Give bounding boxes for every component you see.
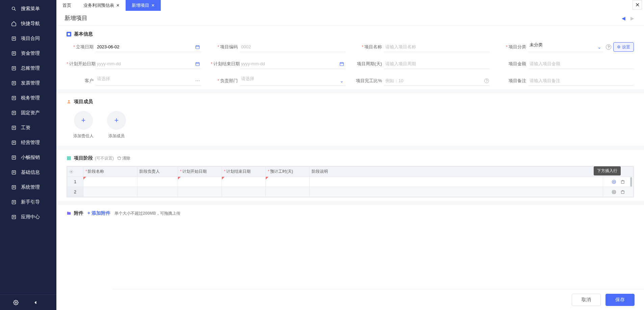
business-icon [11,140,17,146]
sidebar-item-7[interactable]: 固定资产 [0,105,56,120]
label-duration: 项目周期(天) [355,61,384,67]
contract-icon [11,35,17,42]
close-icon[interactable]: ✕ [151,3,155,8]
cell-end[interactable] [222,187,266,197]
attach-note: 单个大小不超过200MB，可拖拽上传 [114,211,180,216]
col-gear[interactable] [67,167,83,177]
sidebar-item-10[interactable]: 小畅报销 [0,150,56,165]
salary-icon [11,125,17,131]
asset-icon [11,110,17,116]
section-basic-title: 基本信息 [74,31,93,37]
input-progress[interactable] [384,76,490,86]
cell-owner[interactable] [137,177,178,187]
cell-desc[interactable] [310,177,603,187]
col-phase-owner: 阶段负责人 [137,167,178,177]
collapse-icon[interactable] [32,300,38,306]
sidebar-item-11[interactable]: 基础信息 [0,165,56,180]
cell-end[interactable] [222,177,266,187]
system-icon [11,184,17,190]
member-section-icon [67,99,71,104]
tax-icon [11,95,17,101]
cell-start[interactable] [178,187,222,197]
sidebar-item-3[interactable]: 资金管理 [0,46,56,61]
label-project-code: 项目编码 [211,44,240,50]
input-project-code[interactable] [240,42,345,52]
config-button[interactable]: ⚙ 设置 [613,42,634,52]
delete-row-icon[interactable] [620,180,625,184]
cell-days[interactable] [266,187,310,197]
select-department[interactable]: 请选择 [240,76,345,86]
input-plan-end[interactable] [240,59,345,69]
col-phase-days: 预计工时(天) [266,167,310,177]
sidebar-item-label: 新手引导 [21,199,40,205]
calendar-icon[interactable] [339,61,345,67]
select-customer[interactable]: 请选择 [96,76,201,86]
input-plan-start[interactable] [96,59,201,69]
input-setup-date[interactable] [96,42,201,52]
reimburse-icon [11,154,17,161]
cancel-button[interactable]: 取消 [572,294,601,306]
tab-2[interactable]: 新增项目✕ [126,0,161,11]
input-amount[interactable] [528,59,634,69]
cell-days[interactable] [266,177,310,187]
close-icon[interactable]: ✕ [116,3,120,8]
sidebar-item-14[interactable]: 应用中心 [0,210,56,224]
tab-0[interactable]: 首页 [56,0,77,11]
sidebar-item-2[interactable]: 项目合同 [0,31,56,46]
scrollbar[interactable] [630,177,632,187]
select-category[interactable]: 未分类 [528,42,603,52]
input-remark[interactable] [528,76,634,86]
window-close[interactable]: ✕ [633,0,642,9]
sidebar-item-9[interactable]: 经营管理 [0,135,56,150]
add-owner-button[interactable]: + 添加责任人 [73,111,94,139]
search-menu-icon [11,6,17,12]
add-attachment-button[interactable]: + 添加附件 [87,210,110,216]
sidebar-item-6[interactable]: 税务管理 [0,91,56,105]
chevron-down-icon[interactable]: ⌄ [596,44,602,50]
row-number: 2 [67,187,83,197]
table-row: 1 [67,177,634,187]
sidebar-item-label: 快捷导航 [21,21,40,27]
calendar-icon[interactable] [195,44,201,50]
input-project-name[interactable] [384,42,490,52]
tab-1[interactable]: 业务利润预估表✕ [77,0,126,11]
save-button[interactable]: 保存 [606,294,635,306]
sidebar-bottom [0,294,56,310]
svg-line-1 [15,9,16,11]
sidebar-item-5[interactable]: 发票管理 [0,76,56,91]
sidebar-item-4[interactable]: 总账管理 [0,61,56,76]
cell-desc[interactable] [310,187,603,197]
cell-actions [603,187,634,197]
sidebar-item-label: 搜索菜单 [21,6,40,12]
add-row-icon[interactable] [612,180,616,184]
add-member-button[interactable]: + 添加成员 [107,111,126,139]
funds-icon [11,50,17,56]
cell-start[interactable] [178,177,222,187]
sidebar-item-8[interactable]: 工资 [0,120,56,135]
sidebar-item-13[interactable]: 新手引导 [0,195,56,210]
info-icon[interactable]: ? [484,78,489,83]
clear-phases-button[interactable]: 清除 [117,156,130,161]
sidebar-item-label: 经营管理 [21,140,40,146]
section-attach-title: 附件 [74,210,83,216]
label-amount: 项目金额 [499,61,528,67]
info-icon[interactable]: ? [606,44,611,50]
sidebar-item-1[interactable]: 快捷导航 [0,16,56,31]
chevron-down-icon[interactable]: ⌄ [339,78,345,84]
cell-owner[interactable] [137,187,178,197]
cell-name[interactable] [83,187,137,197]
sidebar-item-label: 工资 [21,125,30,131]
next-arrow-icon[interactable]: ▶ [630,16,636,21]
ellipsis-icon[interactable]: ⋯ [195,78,201,84]
sidebar-item-12[interactable]: 系统管理 [0,180,56,195]
sidebar-item-0[interactable]: 搜索菜单 [0,1,56,16]
gear-icon[interactable] [13,300,19,306]
prev-arrow-icon[interactable]: ◀ [622,16,627,21]
delete-row-icon[interactable] [620,190,625,194]
add-owner-label: 添加责任人 [73,133,94,139]
cell-name[interactable] [83,177,137,187]
sidebar-item-label: 税务管理 [21,95,40,101]
add-row-icon[interactable] [612,190,616,194]
calendar-icon[interactable] [195,61,201,67]
input-duration[interactable] [384,59,490,69]
